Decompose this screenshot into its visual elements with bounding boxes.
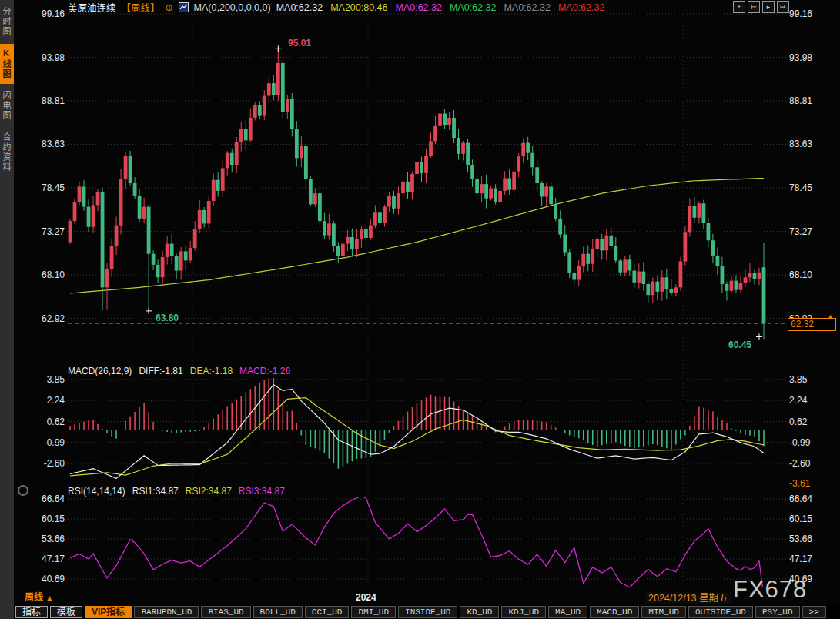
candle-body xyxy=(184,251,188,260)
candle-body xyxy=(138,196,142,218)
indicator-tab[interactable]: INSIDE_UD xyxy=(398,606,457,618)
candle-body xyxy=(82,186,86,206)
x-axis-scale-icon[interactable]: ▸ xyxy=(762,1,775,13)
candlestick-chart[interactable] xyxy=(0,0,840,619)
candle-body xyxy=(447,118,451,125)
candle-body xyxy=(69,221,72,242)
candle-body xyxy=(674,287,678,293)
axis-tick-label: -2.60 xyxy=(789,458,810,469)
indicator-tab[interactable]: KD_UD xyxy=(460,606,499,618)
crosshair-icon[interactable]: + xyxy=(733,1,745,13)
candle-body xyxy=(475,179,479,194)
indicator-tab[interactable]: 模板 xyxy=(50,606,82,618)
candle-body xyxy=(235,142,239,165)
axis-tick-label: 0.62 xyxy=(789,417,807,427)
axis-tick-label: -2.60 xyxy=(15,458,65,469)
indicator-tab[interactable]: PSY_UD xyxy=(755,606,800,618)
axis-tick-label: 60.15 xyxy=(789,514,812,524)
sidebar-item-inactive[interactable]: 分时图 xyxy=(0,2,14,42)
indicator-tab[interactable]: MTM_UD xyxy=(641,606,686,618)
candle-body xyxy=(609,236,613,246)
candle-body xyxy=(239,129,243,142)
candle-body xyxy=(660,277,664,292)
candle-body xyxy=(152,254,156,265)
indicator-tab[interactable]: MACD_UD xyxy=(590,606,639,618)
axis-tick-label: 99.16 xyxy=(789,8,812,19)
candle-body xyxy=(480,184,484,193)
axis-tick-label: -0.99 xyxy=(789,437,810,448)
ma-values: MA0:62.32MA200:80.46MA0:62.32MA0:62.32MA… xyxy=(276,2,605,13)
indicator-tab[interactable]: MA_UD xyxy=(548,606,587,618)
indicator-tab[interactable]: BOLL_UD xyxy=(253,606,303,618)
candle-body xyxy=(110,246,114,269)
candle-body xyxy=(489,189,493,199)
candle-body xyxy=(683,232,687,261)
candle-body xyxy=(175,256,179,271)
candle-body xyxy=(544,186,548,196)
candle-body xyxy=(600,239,604,250)
candle-body xyxy=(309,179,313,205)
macd-macd-value: MACD:-1.26 xyxy=(239,366,290,376)
axis-tick-label: 66.64 xyxy=(789,494,812,504)
chart-header: 美原油连续 【周线】 ⊕ MA(0,200,0,0,0,0) MA0:62.32… xyxy=(68,2,604,13)
indicator-tab[interactable]: 指标 xyxy=(15,606,48,618)
macd-panel xyxy=(70,375,764,479)
sidebar-item-active[interactable]: K线图 xyxy=(0,44,14,84)
detach-window-icon[interactable]: ↦ xyxy=(777,1,789,13)
indicator-tab[interactable]: VIP指标 xyxy=(85,606,132,618)
indicator-tab[interactable]: DMI_UD xyxy=(351,606,396,618)
indicator-tab[interactable]: BIAS_UD xyxy=(201,606,250,618)
candle-body xyxy=(101,192,105,287)
candle-body xyxy=(295,129,299,158)
candle-body xyxy=(161,257,165,277)
rsi-line xyxy=(70,496,764,597)
candle-body xyxy=(577,266,581,280)
add-indicator-icon[interactable]: ⊕ xyxy=(166,2,173,13)
candle-body xyxy=(323,221,326,236)
chart-thumbnail-icon[interactable] xyxy=(179,2,189,12)
candle-body xyxy=(466,143,470,165)
ma-value-label: MA0:62.32 xyxy=(504,2,550,13)
candle-body xyxy=(753,273,757,279)
tabs-overflow-button[interactable]: >> xyxy=(802,606,826,618)
candle-body xyxy=(369,226,373,238)
axis-tick-label: 73.27 xyxy=(789,226,812,237)
candle-body xyxy=(521,143,525,156)
candle-body xyxy=(651,282,654,295)
candle-body xyxy=(216,180,220,191)
candle-body xyxy=(267,83,271,95)
rsi1-value: RSI1:34.87 xyxy=(132,486,179,497)
candle-body xyxy=(512,172,516,190)
candle-body xyxy=(526,143,530,153)
candle-body xyxy=(530,153,534,168)
candle-body xyxy=(470,165,474,179)
indicator-tab[interactable]: KDJ_UD xyxy=(501,606,546,618)
candle-body xyxy=(429,141,433,156)
candle-body xyxy=(300,146,303,158)
sidebar-item-inactive[interactable]: 合约资料 xyxy=(0,128,14,177)
axis-tick-label: 88.81 xyxy=(789,95,812,106)
candle-body xyxy=(78,186,82,202)
y-axis-scale-icon[interactable]: ⊢ xyxy=(748,1,760,13)
rsi-name-label: RSI(14,14,14) xyxy=(68,486,125,497)
candle-body xyxy=(443,113,447,125)
candle-body xyxy=(452,118,456,138)
axis-tick-label: 47.17 xyxy=(789,554,812,564)
rsi-panel xyxy=(70,496,764,597)
candle-body xyxy=(618,260,622,272)
axis-tick-label: 78.45 xyxy=(789,182,812,193)
period-label: 周线 xyxy=(25,592,43,603)
ma200-line xyxy=(70,178,764,293)
macd-name-label: MACD(26,12,9) xyxy=(68,366,132,376)
indicator-tab[interactable]: CCI_UD xyxy=(305,606,350,618)
period-indicator[interactable]: 周线 ▲ xyxy=(25,592,53,604)
candle-body xyxy=(415,162,419,174)
indicator-tab[interactable]: BARUPDN_UD xyxy=(134,606,199,618)
sidebar-item-inactive[interactable]: 闪电图 xyxy=(0,86,14,125)
candle-body xyxy=(193,229,197,248)
indicator-tab[interactable]: OUTSIDE_UD xyxy=(688,606,753,618)
candle-body xyxy=(623,259,627,272)
symbol-title: 美原油连续 xyxy=(68,0,116,15)
pane-collapse-icon[interactable] xyxy=(18,485,28,496)
axis-tick-label: 3.85 xyxy=(789,374,807,385)
